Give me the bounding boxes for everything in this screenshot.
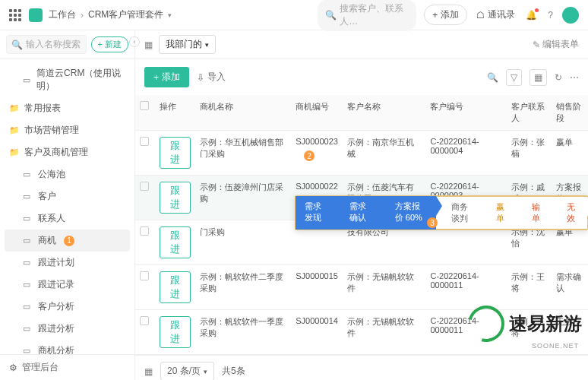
plus-icon: + <box>432 10 438 21</box>
nav-常用报表[interactable]: 📁常用报表 <box>0 97 134 119</box>
watermark: 速易新游 <box>468 306 582 342</box>
apps-icon[interactable] <box>9 9 21 21</box>
plus-icon: + <box>153 72 159 83</box>
nav-商机[interactable]: ▭商机1 <box>5 230 130 252</box>
checkbox[interactable] <box>140 137 149 146</box>
chevron-right-icon: › <box>81 10 84 21</box>
import-button[interactable]: ⇩导入 <box>197 71 226 84</box>
watermark-sub: SOONE.NET <box>532 342 579 350</box>
edit-icon: ✎ <box>533 40 540 50</box>
app-logo <box>29 8 43 22</box>
checkbox[interactable] <box>140 316 149 325</box>
page-icon: ▭ <box>23 214 33 223</box>
page-icon: ▭ <box>23 236 33 245</box>
follow-button[interactable]: 跟进 <box>160 137 191 169</box>
nav-客户[interactable]: ▭客户 <box>0 185 134 207</box>
contacts-icon: ☖ <box>476 10 485 21</box>
nav-市场营销管理[interactable]: 📁市场营销管理 <box>0 119 134 141</box>
side-nav: ▭简道云CRM（使用说明） 📁常用报表📁市场营销管理📁客户及商机管理▭公海池▭客… <box>0 59 134 354</box>
nav-商机分析[interactable]: ▭商机分析 <box>0 340 134 354</box>
refresh-icon[interactable]: ↻ <box>555 72 562 83</box>
side-search-input[interactable]: 🔍 输入名称搜索 <box>6 35 87 54</box>
annotation-badge-3: 3 <box>427 217 438 228</box>
col-客户编号: 客户编号 <box>425 95 506 131</box>
search-input[interactable]: 🔍 搜索客户、联系人… <box>318 0 416 31</box>
follow-button[interactable]: 跟进 <box>160 271 191 303</box>
stage-需求发现[interactable]: 需求发现 <box>296 196 334 230</box>
col-销售阶段: 销售阶段 <box>552 95 588 131</box>
columns-icon[interactable]: ▦ <box>144 366 153 377</box>
page-icon: ▭ <box>23 346 33 354</box>
page-total: 共5条 <box>222 365 245 378</box>
page-icon: ▭ <box>23 192 33 201</box>
annotation-badge-2: 2 <box>304 150 315 161</box>
follow-button[interactable]: 跟进 <box>160 316 191 348</box>
add-button[interactable]: + 添加 <box>424 5 467 25</box>
more-icon[interactable]: ⋯ <box>570 72 579 83</box>
page-icon: ▭ <box>23 169 33 179</box>
bc-workspace[interactable]: 工作台 <box>49 8 76 21</box>
follow-button[interactable]: 跟进 <box>160 182 191 214</box>
table-row[interactable]: 跟进示例：帆软软件二季度采购SJ0000015示例：无锡帆软软件C-202206… <box>135 265 588 310</box>
nav-crm-help[interactable]: ▭简道云CRM（使用说明） <box>0 62 134 97</box>
chevron-down-icon[interactable]: ▾ <box>168 11 172 19</box>
bc-suite[interactable]: CRM客户管理套件 <box>88 8 163 21</box>
add-record-button[interactable]: +添加 <box>144 67 189 87</box>
col-商机编号: 商机编号 <box>291 95 343 131</box>
stage-需求确认[interactable]: 需求确认 <box>334 196 379 230</box>
col-操作: 操作 <box>155 95 195 131</box>
checkbox[interactable] <box>140 226 149 236</box>
admin-link[interactable]: ⚙ 管理后台 <box>0 354 134 380</box>
folder-icon: 📁 <box>9 147 20 157</box>
download-icon: ⇩ <box>197 72 204 83</box>
stage-popup: 需求发现需求确认方案报价 60%商务谈判赢单输单无效 <box>295 195 588 230</box>
avatar[interactable] <box>562 7 579 24</box>
stage-商务谈判[interactable]: 商务谈判 <box>436 196 481 230</box>
contacts-link[interactable]: ☖ 通讯录 <box>476 8 515 21</box>
nav-联系人[interactable]: ▭联系人 <box>0 207 134 230</box>
follow-button[interactable]: 跟进 <box>160 226 191 258</box>
new-button[interactable]: + 新建 <box>91 36 128 52</box>
columns-icon[interactable]: ▦ <box>530 69 547 86</box>
page-icon: ▭ <box>23 258 33 268</box>
doc-icon: ▭ <box>23 75 32 85</box>
folder-icon: 📁 <box>9 125 20 135</box>
search-icon[interactable]: 🔍 <box>487 72 498 83</box>
collapse-sidebar-icon[interactable]: ‹ <box>129 36 140 47</box>
bell-icon[interactable]: 🔔 <box>526 10 537 21</box>
page-icon: ▭ <box>23 324 33 334</box>
nav-公海池[interactable]: ▭公海池 <box>0 163 134 185</box>
breadcrumb: 工作台 › CRM客户管理套件 ▾ <box>49 8 172 21</box>
col-客户联系人: 客户联系人 <box>507 95 552 131</box>
nav-跟进分析[interactable]: ▭跟进分析 <box>0 318 134 340</box>
folder-icon: 📁 <box>9 103 20 113</box>
filter-icon[interactable]: ▽ <box>506 69 522 86</box>
page-size-select[interactable]: 20 条/页▾ <box>160 362 214 380</box>
folder-icon: ▦ <box>144 40 153 50</box>
col-客户名称: 客户名称 <box>343 95 426 131</box>
page-icon: ▭ <box>23 280 33 290</box>
watermark-logo-icon <box>461 299 511 349</box>
checkbox[interactable] <box>140 101 149 110</box>
search-icon: 🔍 <box>325 10 337 21</box>
nav-跟进记录[interactable]: ▭跟进记录 <box>0 274 134 296</box>
search-icon: 🔍 <box>11 40 23 50</box>
nav-跟进计划[interactable]: ▭跟进计划 <box>0 252 134 274</box>
table-row[interactable]: 跟进示例：华五机械销售部门采购SJ0000023示例：南京华五机械C-20220… <box>135 131 588 176</box>
nav-客户分析[interactable]: ▭客户分析 <box>0 296 134 318</box>
nav-客户及商机管理[interactable]: 📁客户及商机管理 <box>0 141 134 163</box>
checkbox[interactable] <box>140 271 149 280</box>
gear-icon: ⚙ <box>9 363 17 373</box>
page-icon: ▭ <box>23 302 33 312</box>
help-icon[interactable]: ? <box>548 10 553 21</box>
edit-form-link[interactable]: ✎ 编辑表单 <box>533 38 579 51</box>
dept-select[interactable]: 我部门的 ▾ <box>159 35 216 54</box>
chevron-down-icon: ▾ <box>205 41 209 49</box>
badge: 1 <box>64 236 74 246</box>
col-商机名称: 商机名称 <box>195 95 291 131</box>
checkbox[interactable] <box>140 182 149 191</box>
